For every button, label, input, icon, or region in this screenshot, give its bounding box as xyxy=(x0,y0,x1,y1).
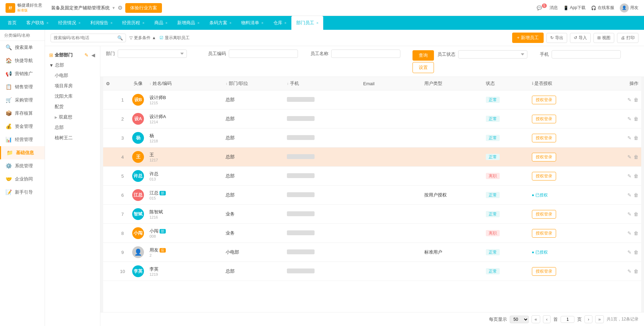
close-icon[interactable]: × xyxy=(110,21,112,25)
nav-tab-barcode[interactable]: 条码方案 × xyxy=(205,16,236,30)
edit-btn[interactable]: ✎ xyxy=(627,249,632,255)
close-icon[interactable]: × xyxy=(142,21,144,25)
page-size-select[interactable]: 50 20 100 xyxy=(510,316,529,323)
set-btn[interactable]: 设置 xyxy=(412,62,434,73)
nav-tab-home[interactable]: 首页 xyxy=(3,16,21,30)
close-icon[interactable]: × xyxy=(284,21,287,25)
sidebar-item-management[interactable]: 📊 经营管理 xyxy=(0,133,45,146)
sidebar-item-basic[interactable]: 📁 基础信息 xyxy=(0,146,45,159)
auth-btn[interactable]: 授权登录 xyxy=(532,96,556,104)
sidebar-item-quicknav[interactable]: 🏠 快捷导航 xyxy=(0,54,45,67)
delete-btn[interactable]: 🗑 xyxy=(634,230,638,236)
nav-tab-addgoods[interactable]: 新增商品 × xyxy=(172,16,204,30)
dept-item-distribution[interactable]: 配货 xyxy=(45,102,100,112)
nav-tab-operation[interactable]: 经营情况 × xyxy=(53,16,85,30)
emp-code-input[interactable] xyxy=(229,50,298,58)
prev-page-btn[interactable]: ‹ xyxy=(543,315,551,323)
emp-name-input[interactable] xyxy=(331,50,400,58)
close-icon[interactable]: × xyxy=(316,21,318,25)
close-icon[interactable]: × xyxy=(229,21,232,25)
auth-btn[interactable]: 授权登录 xyxy=(532,153,556,161)
delete-btn[interactable]: 🗑 xyxy=(634,192,638,198)
dept-item-project[interactable]: 项目库房 xyxy=(45,81,100,91)
dept-item-head[interactable]: ▼ 总部 xyxy=(45,60,100,70)
nav-tab-goods[interactable]: 商品 × xyxy=(149,16,172,30)
view-btn[interactable]: ⊞ 视图 xyxy=(593,33,614,43)
close-icon[interactable]: × xyxy=(261,21,263,25)
th-phone[interactable]: ↕ 手机 xyxy=(284,77,360,90)
auth-btn[interactable]: 授权登录 xyxy=(532,172,556,180)
export-btn[interactable]: ↻ 导出 xyxy=(546,33,567,43)
emp-status-select[interactable] xyxy=(458,50,527,59)
nav-tab-employees[interactable]: 部门员工 × xyxy=(291,16,323,30)
close-icon[interactable]: × xyxy=(78,21,80,25)
show-resigned-toggle[interactable]: ☑ 显示离职员工 xyxy=(160,35,190,41)
last-page-btn[interactable]: » xyxy=(595,315,604,323)
add-employee-btn[interactable]: + 新增员工 xyxy=(512,33,544,43)
sidebar-item-guide[interactable]: 📝 新手引导 xyxy=(0,186,45,199)
edit-btn[interactable]: ✎ xyxy=(627,268,632,274)
edit-btn[interactable]: ✎ xyxy=(627,116,632,122)
experience-btn[interactable]: 体验行业方案 xyxy=(125,3,162,13)
delete-btn[interactable]: 🗑 xyxy=(634,97,638,103)
chevron-down-icon[interactable]: ▾ xyxy=(112,5,115,10)
auth-btn[interactable]: 授权登录 xyxy=(532,267,556,276)
auth-btn[interactable]: 授权登录 xyxy=(532,134,556,142)
delete-btn[interactable]: 🗑 xyxy=(634,135,638,141)
nav-tab-bom[interactable]: 物料清单 × xyxy=(236,16,268,30)
close-icon[interactable]: × xyxy=(46,21,48,25)
user-area[interactable]: 👤 用友 xyxy=(620,3,638,12)
delete-btn[interactable]: 🗑 xyxy=(634,116,638,122)
auth-btn[interactable]: 授权登录 xyxy=(532,229,556,238)
search-emp-icon[interactable]: 🔍 xyxy=(117,35,123,41)
print-btn[interactable]: 🖨 打印 xyxy=(617,33,638,43)
sidebar-item-system[interactable]: ⚙️ 系统管理 xyxy=(0,159,45,173)
delete-btn[interactable]: 🗑 xyxy=(634,154,638,160)
sidebar-item-finance[interactable]: 💰 资金管理 xyxy=(0,120,45,133)
edit-btn[interactable]: ✎ xyxy=(627,135,632,141)
import-btn[interactable]: ↺ 导入 xyxy=(570,33,591,43)
dept-item-shuangting[interactable]: ▶ 双庭想 xyxy=(45,112,100,122)
edit-btn[interactable]: ✎ xyxy=(627,230,632,236)
delete-btn[interactable]: 🗑 xyxy=(634,249,638,255)
close-icon[interactable]: × xyxy=(197,21,199,25)
edit-dept-btn[interactable]: ✎ xyxy=(84,52,89,59)
auth-btn[interactable]: 授权登录 xyxy=(532,115,556,123)
next-page-btn[interactable]: › xyxy=(584,315,592,323)
th-dept[interactable]: ↕ 部门/职位 xyxy=(223,77,284,90)
close-icon[interactable]: × xyxy=(165,21,167,25)
nav-tab-warehouse[interactable]: 仓库 × xyxy=(269,16,291,30)
page-number-input[interactable] xyxy=(561,316,574,323)
online-service-btn[interactable]: 🎧 在线客服 xyxy=(591,5,614,11)
message-btn[interactable]: 💬 5 消息 xyxy=(537,5,558,11)
edit-btn[interactable]: ✎ xyxy=(627,97,632,103)
sidebar-item-inventory[interactable]: 📦 库存核算 xyxy=(0,107,45,120)
first-page-btn[interactable]: « xyxy=(532,315,540,323)
search-input[interactable] xyxy=(4,33,45,38)
nav-tab-profit[interactable]: 利润报告 × xyxy=(85,16,117,30)
sidebar-item-search[interactable]: 🔍 搜索菜单 xyxy=(0,41,45,54)
dept-item-zongbu[interactable]: 总部 xyxy=(45,122,100,133)
edit-btn[interactable]: ✎ xyxy=(627,154,632,160)
gear-icon[interactable]: ⚙ xyxy=(118,5,123,11)
th-name[interactable]: ↕ 姓名/编码 xyxy=(147,77,223,90)
dept-item-small-elec[interactable]: 小电部 xyxy=(45,70,100,81)
delete-btn[interactable]: 🗑 xyxy=(634,268,638,274)
dept-filter-select[interactable] xyxy=(118,50,187,58)
sidebar-item-marketing[interactable]: 📢 营销推广 xyxy=(0,67,45,80)
sidebar-item-purchase[interactable]: 🛒 采购管理 xyxy=(0,94,45,107)
phone-input[interactable] xyxy=(552,50,621,59)
edit-btn[interactable]: ✎ xyxy=(627,192,632,198)
edit-btn[interactable]: ✎ xyxy=(627,211,632,217)
nav-tab-history[interactable]: 经营历程 × xyxy=(117,16,149,30)
sidebar-item-collab[interactable]: 🤝 企业协同 xyxy=(0,173,45,186)
auth-btn[interactable]: 授权登录 xyxy=(532,210,556,219)
sidebar-item-sales[interactable]: 📋 销售管理 xyxy=(0,80,45,94)
app-download-btn[interactable]: 📱 App下载 xyxy=(563,5,586,11)
search-emp-input[interactable] xyxy=(54,35,116,40)
dept-item-zhishu[interactable]: 植树王二 xyxy=(45,133,100,143)
th-settings[interactable]: ⚙ xyxy=(103,77,116,90)
query-btn[interactable]: 查询 xyxy=(412,50,434,61)
edit-btn[interactable]: ✎ xyxy=(627,173,632,179)
delete-btn[interactable]: 🗑 xyxy=(634,173,638,179)
